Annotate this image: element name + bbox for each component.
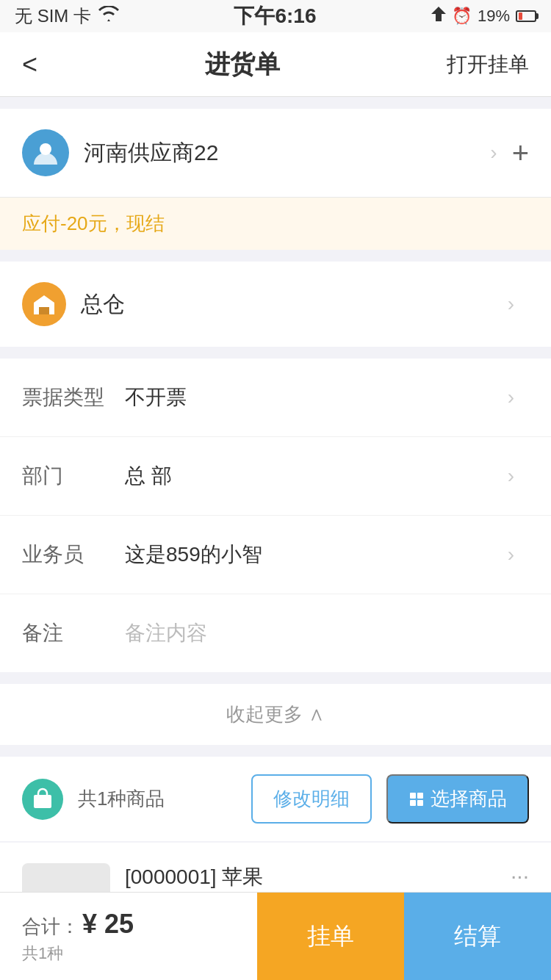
alarm-icon: ⏰ (452, 7, 472, 26)
chevron-right-icon: › (508, 292, 514, 316)
total-count: 共1种 (22, 943, 235, 965)
ticket-type-value: 不开票 (125, 383, 508, 411)
svg-rect-5 (417, 793, 423, 799)
remark-row[interactable]: 备注 备注内容 (0, 594, 551, 672)
form-section: 票据类型 不开票 › 部门 总 部 › 业务员 这是859的小智 › 备注 备注… (0, 359, 551, 672)
department-label: 部门 (22, 462, 125, 490)
total-amount: ¥ 25 (82, 909, 134, 940)
open-pending-button[interactable]: 打开挂单 (447, 51, 529, 79)
carrier-text: 无 SIM 卡 (15, 4, 91, 28)
ticket-type-row[interactable]: 票据类型 不开票 › (0, 359, 551, 437)
supplier-row[interactable]: 河南供应商22 › + (0, 109, 551, 198)
wifi-icon (98, 6, 119, 26)
warehouse-icon (22, 282, 66, 326)
status-left: 无 SIM 卡 (15, 4, 119, 28)
department-row[interactable]: 部门 总 部 › (0, 437, 551, 516)
product-name: [0000001] 苹果 (125, 863, 496, 891)
settle-button[interactable]: 结算 (404, 893, 551, 981)
warehouse-section: 总仓 › (0, 262, 551, 347)
battery-percent: 19% (478, 7, 510, 26)
location-icon (431, 7, 446, 26)
content-area: 河南供应商22 › + 应付-20元，现结 总仓 › 票据类型 不开票 › (0, 109, 551, 980)
chevron-right-icon: › (490, 141, 497, 165)
products-icon (22, 779, 63, 820)
svg-rect-4 (410, 793, 416, 799)
svg-rect-3 (34, 795, 51, 808)
warehouse-name: 总仓 (81, 289, 508, 320)
svg-rect-6 (410, 800, 416, 806)
remark-placeholder: 备注内容 (125, 619, 529, 647)
product-id: [0000001] (125, 865, 217, 888)
chevron-right-icon: › (508, 464, 514, 488)
chevron-right-icon: › (508, 386, 514, 409)
status-right: ⏰ 19% (431, 7, 536, 26)
select-product-label: 选择商品 (431, 786, 507, 812)
product-more-button[interactable]: ··· (511, 863, 529, 888)
edit-detail-button[interactable]: 修改明细 (251, 774, 372, 824)
warehouse-row[interactable]: 总仓 › (0, 262, 551, 347)
status-time: 下午6:16 (234, 2, 316, 30)
collapse-row[interactable]: 收起更多 ∧ (0, 684, 551, 745)
hang-button[interactable]: 挂单 (257, 893, 404, 981)
add-button[interactable]: + (512, 137, 529, 170)
supplier-avatar (22, 129, 69, 176)
supplier-name: 河南供应商22 (84, 138, 490, 168)
total-section: 合计： ¥ 25 共1种 (0, 909, 257, 965)
bottom-bar: 合计： ¥ 25 共1种 挂单 结算 (0, 892, 551, 980)
svg-rect-2 (39, 307, 49, 314)
page-title: 进货单 (205, 48, 280, 82)
collapse-label: 收起更多 ∧ (226, 702, 324, 727)
supplier-section: 河南供应商22 › + 应付-20元，现结 (0, 109, 551, 250)
select-product-button[interactable]: 选择商品 (386, 774, 529, 824)
supplier-notice: 应付-20元，现结 (0, 198, 551, 250)
products-count: 共1种商品 (78, 786, 237, 812)
remark-label: 备注 (22, 619, 125, 647)
chevron-right-icon: › (508, 543, 514, 566)
salesman-label: 业务员 (22, 541, 125, 569)
salesman-value: 这是859的小智 (125, 541, 508, 569)
total-label: 合计： (22, 914, 79, 940)
status-bar: 无 SIM 卡 下午6:16 ⏰ 19% (0, 0, 551, 32)
products-header: 共1种商品 修改明细 选择商品 (0, 757, 551, 841)
salesman-row[interactable]: 业务员 这是859的小智 › (0, 516, 551, 594)
nav-bar: < 进货单 打开挂单 (0, 32, 551, 97)
back-button[interactable]: < (22, 49, 37, 80)
department-value: 总 部 (125, 462, 508, 490)
svg-rect-7 (417, 800, 423, 806)
ticket-type-label: 票据类型 (22, 383, 125, 411)
battery-icon (516, 10, 536, 22)
